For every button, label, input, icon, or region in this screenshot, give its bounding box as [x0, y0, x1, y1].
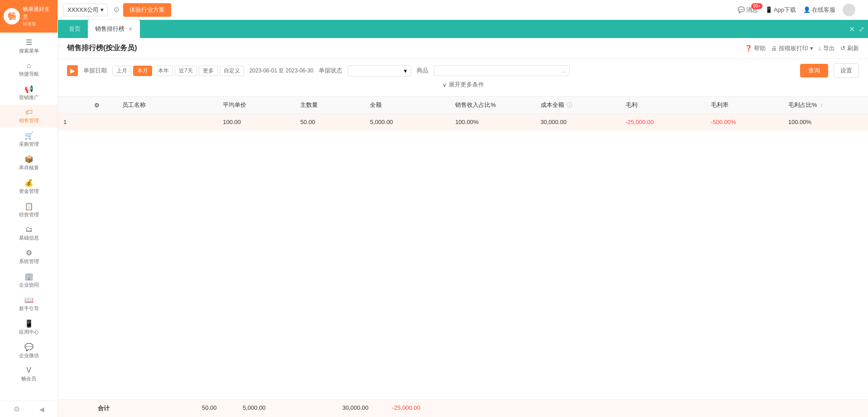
refresh-icon: ↺	[840, 45, 845, 52]
system-icon: ⚙	[26, 249, 32, 257]
date-this-month[interactable]: 本月	[133, 66, 152, 76]
footer-empty-rank	[63, 404, 82, 412]
status-select[interactable]: ▾	[348, 65, 411, 77]
tab-sales-rank-label: 销售排行榜	[95, 25, 125, 33]
message-button[interactable]: 💬 消息 99+	[738, 6, 758, 14]
operation-icon: 📋	[24, 202, 34, 211]
sidebar-nav: ☰ 搜索菜单 ⌂ 快捷导航 📢 营销推广 🏷 销售管理 🛒 采购管理 📦 库存核…	[0, 33, 58, 401]
table-footer: 合计 50.00 5,000.00 30,000.00 -25,000.00	[58, 399, 868, 417]
col-qty: 主数量	[295, 96, 364, 114]
sales-icon: 🏷	[25, 108, 33, 116]
sidebar-label-operation: 经营管理	[19, 211, 39, 218]
window-close-icon[interactable]: ✕	[849, 25, 855, 34]
sidebar-item-sales[interactable]: 🏷 销售管理	[0, 105, 58, 128]
date-custom[interactable]: 自定义	[220, 66, 244, 76]
tab-home[interactable]: 首页	[62, 20, 88, 38]
message-badge: 99+	[751, 3, 762, 9]
date-this-year[interactable]: 本年	[154, 66, 173, 76]
avatar[interactable]	[843, 4, 855, 16]
date-options: 上月 本月 本年 近7天 更多 自定义	[112, 66, 244, 76]
topbar: XXXXX公司 ▾ ⚙ 体验行业方案 💬 消息 99+ 📱 App下载 👤 在线…	[58, 0, 868, 20]
cell-settings	[89, 114, 117, 130]
col-gross-rate: 毛利率	[705, 96, 783, 114]
inventory-icon: 📦	[24, 155, 34, 163]
sidebar-item-finance[interactable]: 💰 资金管理	[0, 175, 58, 198]
col-settings[interactable]: ⚙	[89, 96, 117, 114]
expand-conditions-button[interactable]: ∨ 展开更多条件	[67, 78, 859, 91]
print-icon: 🖨	[771, 45, 777, 52]
print-label: 按模板打印	[779, 44, 808, 53]
sidebar-item-newguide[interactable]: 📖 新手引导	[0, 292, 58, 316]
sidebar: 畅 畅康通好生意 标准版 ☰ 搜索菜单 ⌂ 快捷导航 📢 营销推广 🏷 销售管理…	[0, 0, 58, 417]
cell-sales-pct: 100.00%	[450, 114, 535, 130]
topbar-right: 💬 消息 99+ 📱 App下载 👤 在线客服	[738, 4, 863, 16]
export-icon: ↓	[819, 45, 822, 52]
col-avg-price: 平均单价	[217, 96, 295, 114]
status-select-arrow: ▾	[404, 67, 407, 74]
tab-close-icon[interactable]: ✕	[128, 26, 133, 32]
online-service-button[interactable]: 👤 在线客服	[803, 6, 835, 14]
cell-name	[117, 114, 217, 130]
cell-qty: 50.00	[295, 114, 364, 130]
goods-input[interactable]: ...	[434, 65, 570, 76]
date-more[interactable]: 更多	[199, 66, 218, 76]
sidebar-label-purchase: 采购管理	[19, 141, 39, 148]
sidebar-label-marketing: 营销推广	[19, 94, 39, 101]
app-center-icon: 📱	[24, 319, 34, 328]
gross-pct-sort-icon[interactable]: ↕	[820, 102, 823, 108]
app-download-button[interactable]: 📱 App下载	[765, 6, 796, 14]
wechat-icon: 💬	[24, 343, 34, 351]
collapse-sidebar-button[interactable]: ◀	[39, 406, 44, 413]
date-range-display: 2023-06-01 至 2023-06-30	[249, 67, 313, 75]
marketing-icon: 📢	[24, 85, 34, 93]
print-button[interactable]: 🖨 按模板打印 ▾	[771, 44, 813, 53]
tab-sales-rank[interactable]: 销售排行榜 ✕	[88, 20, 140, 38]
export-label: 导出	[823, 44, 835, 53]
trial-button[interactable]: 体验行业方案	[123, 3, 171, 17]
col-amount: 全额	[364, 96, 450, 114]
sidebar-item-system[interactable]: ⚙ 系统管理	[0, 245, 58, 268]
sidebar-item-member[interactable]: V 畅会员	[0, 363, 58, 386]
sidebar-item-search[interactable]: ☰ 搜索菜单	[0, 34, 58, 58]
sidebar-item-marketing[interactable]: 📢 营销推广	[0, 81, 58, 105]
footer-qty: 50.00	[202, 404, 243, 412]
app-icon: 📱	[765, 6, 772, 13]
col-sales-pct: 销售收入占比%	[450, 96, 535, 114]
sidebar-item-shortcut[interactable]: ⌂ 快捷导航	[0, 58, 58, 81]
message-icon: 💬	[738, 6, 745, 13]
status-label: 单据状态	[319, 67, 342, 75]
window-expand-icon[interactable]: ⤢	[858, 25, 864, 34]
topbar-settings-icon[interactable]: ⚙	[113, 5, 120, 14]
sidebar-item-appcenter[interactable]: 📱 应用中心	[0, 316, 58, 339]
sidebar-label-inventory: 库存核算	[19, 164, 39, 171]
sidebar-label-wechat: 企业微信	[19, 352, 39, 359]
export-button[interactable]: ↓ 导出	[819, 44, 835, 53]
sidebar-item-enterprise[interactable]: 🏢 企业协同	[0, 268, 58, 292]
sidebar-label-system: 系统管理	[19, 258, 39, 265]
sidebar-item-basic[interactable]: 🗂 基础信息	[0, 222, 58, 245]
sidebar-item-purchase[interactable]: 🛒 采购管理	[0, 128, 58, 151]
date-last-7[interactable]: 近7天	[175, 66, 197, 76]
guide-icon: 📖	[24, 296, 34, 304]
bottom-settings-icon[interactable]: ⚙	[14, 405, 20, 413]
date-last-month[interactable]: 上月	[112, 66, 131, 76]
goods-more[interactable]: ...	[561, 67, 566, 74]
col-gross-pct: 毛利占比% ↕	[783, 96, 868, 114]
footer-amount: 5,000.00	[243, 404, 293, 412]
filter-toggle-icon: ▶	[70, 67, 75, 74]
help-button[interactable]: ❓ 帮助	[745, 44, 766, 53]
sidebar-item-operation[interactable]: 📋 经营管理	[0, 198, 58, 222]
filter-settings-button[interactable]: 设置	[834, 63, 859, 78]
enterprise-icon: 🏢	[24, 272, 34, 281]
refresh-button[interactable]: ↺ 刷新	[840, 44, 859, 53]
cell-amount: 5,000.00	[364, 114, 450, 130]
filter-toggle-button[interactable]: ▶	[67, 65, 78, 76]
expand-label: 展开更多条件	[449, 81, 484, 89]
sidebar-item-inventory[interactable]: 📦 库存核算	[0, 151, 58, 175]
sidebar-item-wechat[interactable]: 💬 企业微信	[0, 339, 58, 363]
sidebar-logo: 畅 畅康通好生意 标准版	[0, 0, 58, 33]
query-button[interactable]: 查询	[800, 64, 828, 77]
help-icon: ❓	[745, 45, 752, 52]
navtabs: 首页 销售排行榜 ✕ ✕ ⤢	[58, 20, 868, 38]
company-selector[interactable]: XXXXX公司 ▾	[63, 4, 108, 16]
